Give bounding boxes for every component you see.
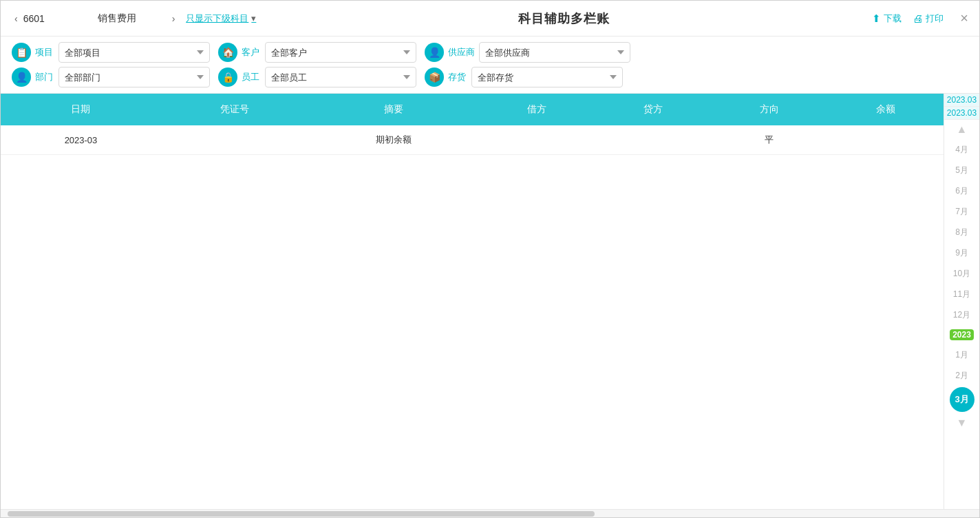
sidebar-month-item[interactable]: 3月 — [950, 387, 974, 412]
content-area: 日期 凭证号 摘要 借方 贷方 方向 余额 2023-03 期初余额 平 — [1, 94, 979, 509]
month-list: 4月5月6月7月8月9月10月11月12月20231月2月3月 — [944, 139, 979, 413]
cell-balance — [827, 125, 944, 155]
close-btn[interactable]: × — [960, 10, 968, 26]
employee-icon: 🔒 — [218, 68, 237, 87]
sidebar-month-item[interactable]: 5月 — [944, 160, 979, 180]
col-credit: 贷方 — [595, 94, 711, 125]
sidebar-month-item[interactable]: 4月 — [944, 139, 979, 160]
customer-select[interactable]: 全部客户 — [265, 42, 416, 63]
print-btn[interactable]: 🖨 打印 — [913, 12, 944, 25]
top-bar: ‹ 6601 销售费用 › 只显示下级科目 ▾ 科目辅助多栏账 ⬆ 下载 🖨 打… — [1, 1, 979, 37]
cell-date: 2023-03 — [1, 125, 161, 155]
page-title: 科目辅助多栏账 — [256, 10, 872, 27]
filter-row-2: 👤 部门 全部部门 🔒 员工 全部员工 📦 存货 全部存货 — [12, 67, 968, 87]
inventory-label: 存货 — [448, 71, 467, 83]
sidebar-period-end[interactable]: 2023.03 — [944, 107, 979, 120]
table-header-row: 日期 凭证号 摘要 借方 贷方 方向 余额 — [1, 94, 944, 125]
sidebar-month-item[interactable]: 12月 — [944, 304, 979, 325]
filter-department: 👤 部门 全部部门 — [12, 67, 210, 87]
print-icon: 🖨 — [913, 12, 923, 24]
print-label: 打印 — [926, 12, 944, 25]
col-date: 日期 — [1, 94, 161, 125]
download-icon: ⬆ — [872, 12, 881, 25]
right-sidebar: 2023.03 2023.03 ▲ 4月5月6月7月8月9月10月11月12月2… — [944, 94, 979, 509]
filter-row-1: 📋 项目 全部项目 🏠 客户 全部客户 👤 供应商 全部供应商 — [12, 42, 968, 63]
next-account-btn[interactable]: › — [169, 12, 178, 25]
inventory-select[interactable]: 全部存货 — [471, 67, 623, 87]
cell-voucher — [161, 125, 308, 155]
data-table: 日期 凭证号 摘要 借方 贷方 方向 余额 2023-03 期初余额 平 — [1, 94, 944, 155]
supplier-icon: 👤 — [425, 43, 444, 62]
account-code: 6601 — [23, 13, 92, 24]
toolbar-right: ⬆ 下载 🖨 打印 × — [872, 10, 968, 26]
filter-employee: 🔒 员工 全部员工 — [218, 67, 416, 87]
up-arrow-icon: ▲ — [957, 123, 968, 136]
col-debit: 借方 — [478, 94, 595, 125]
prev-account-btn[interactable]: ‹ — [12, 12, 21, 25]
customer-icon: 🏠 — [218, 43, 237, 62]
project-label: 项目 — [35, 46, 54, 59]
sidebar-month-item[interactable]: 11月 — [944, 284, 979, 304]
table-row[interactable]: 2023-03 期初余额 平 — [1, 125, 944, 155]
filter-customer: 🏠 客户 全部客户 — [218, 42, 416, 63]
sidebar-month-item[interactable]: 7月 — [944, 201, 979, 222]
customer-label: 客户 — [242, 46, 261, 59]
cell-direction: 平 — [711, 125, 827, 155]
inventory-icon: 📦 — [425, 68, 444, 87]
department-label: 部门 — [35, 71, 54, 83]
sidebar-month-item[interactable]: 9月 — [944, 242, 979, 263]
download-label: 下载 — [884, 12, 902, 25]
sidebar-month-item[interactable]: 2月 — [944, 365, 979, 386]
down-arrow-icon: ▼ — [957, 417, 968, 429]
table-section[interactable]: 日期 凭证号 摘要 借方 贷方 方向 余额 2023-03 期初余额 平 — [1, 94, 944, 509]
sidebar-up-btn[interactable]: ▲ — [944, 120, 979, 139]
col-balance: 余额 — [827, 94, 944, 125]
cell-debit — [478, 125, 595, 155]
employee-label: 员工 — [242, 71, 261, 83]
filter-project: 📋 项目 全部项目 — [12, 42, 210, 63]
filter-inventory: 📦 存货 全部存货 — [425, 67, 623, 87]
col-voucher: 凭证号 — [161, 94, 308, 125]
year-badge[interactable]: 2023 — [950, 329, 974, 340]
show-sub-account-btn[interactable]: 只显示下级科目 ▾ — [186, 12, 256, 25]
department-icon: 👤 — [12, 68, 31, 87]
sidebar-down-btn[interactable]: ▼ — [944, 413, 979, 433]
project-icon: 📋 — [12, 43, 31, 62]
filter-supplier: 👤 供应商 全部供应商 — [425, 42, 630, 63]
department-select[interactable]: 全部部门 — [58, 67, 210, 87]
filter-section: 📋 项目 全部项目 🏠 客户 全部客户 👤 供应商 全部供应商 — [1, 37, 979, 94]
cell-credit — [595, 125, 711, 155]
horizontal-scrollbar[interactable] — [1, 509, 979, 517]
col-summary: 摘要 — [308, 94, 478, 125]
sidebar-month-item[interactable]: 8月 — [944, 222, 979, 242]
show-sub-arrow: ▾ — [251, 13, 256, 23]
col-direction: 方向 — [711, 94, 827, 125]
main-window: ‹ 6601 销售费用 › 只显示下级科目 ▾ 科目辅助多栏账 ⬆ 下载 🖨 打… — [0, 0, 980, 518]
cell-summary: 期初余额 — [308, 125, 478, 155]
show-sub-label: 只显示下级科目 — [186, 12, 248, 25]
account-name: 销售费用 — [98, 12, 167, 25]
sidebar-month-item[interactable]: 1月 — [944, 344, 979, 365]
sidebar-month-item[interactable]: 10月 — [944, 263, 979, 284]
sidebar-period-start[interactable]: 2023.03 — [944, 94, 979, 107]
project-select[interactable]: 全部项目 — [58, 42, 210, 63]
sidebar-month-item[interactable]: 6月 — [944, 180, 979, 201]
employee-select[interactable]: 全部员工 — [265, 67, 416, 87]
supplier-select[interactable]: 全部供应商 — [479, 42, 630, 63]
download-btn[interactable]: ⬆ 下载 — [872, 12, 902, 25]
scrollbar-thumb[interactable] — [8, 511, 595, 517]
supplier-label: 供应商 — [448, 46, 475, 59]
